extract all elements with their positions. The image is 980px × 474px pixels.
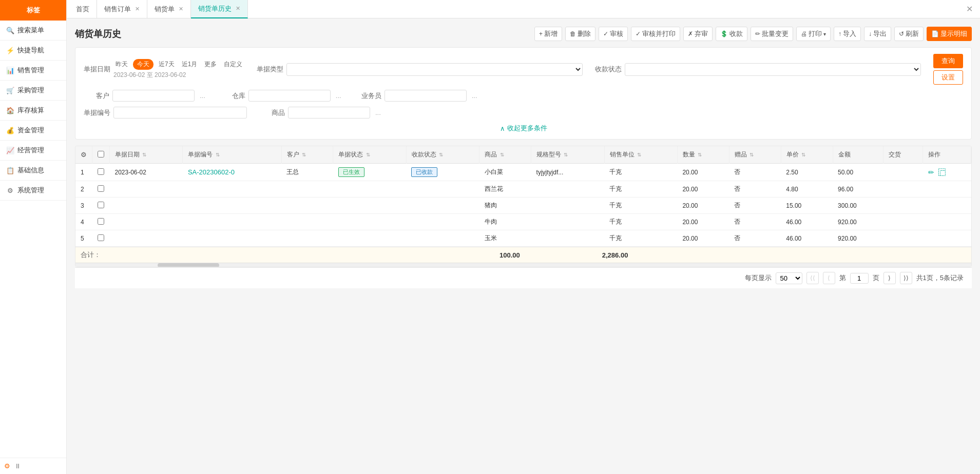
sidebar: 标签 🔍 搜索菜单 ⚡ 快捷导航 📊 销售管理 🛒 采购管理 🏠 库存核算 💰 … <box>0 0 67 474</box>
audit-button[interactable]: ✓ 审核 <box>599 27 628 41</box>
sidebar-item-ops-label: 经营管理 <box>17 146 44 155</box>
sidebar-item-quicknav[interactable]: ⚡ 快捷导航 <box>0 41 66 61</box>
tab-sales-goods-close[interactable]: ✕ <box>179 6 183 12</box>
cell-checkbox[interactable] <box>92 198 110 214</box>
sidebar-item-ops[interactable]: 📈 经营管理 <box>0 141 66 161</box>
shortcut-7days[interactable]: 近7天 <box>157 59 177 70</box>
warehouse-ellipsis[interactable]: ... <box>334 92 343 100</box>
collapse-btn[interactable]: ∧ 收起更多条件 <box>84 124 963 133</box>
th-spec[interactable]: 规格型号 ⇅ <box>531 146 604 164</box>
page-first-btn[interactable]: ⟨⟨ <box>806 272 819 284</box>
page-label: 第 <box>839 273 846 283</box>
sidebar-item-purchase[interactable]: 🛒 采购管理 <box>0 81 66 101</box>
shortcut-1month[interactable]: 近1月 <box>180 59 200 70</box>
delete-button[interactable]: 🗑 删除 <box>565 27 595 41</box>
batch-change-button[interactable]: ✏ 批量变更 <box>751 27 793 41</box>
page-last-btn[interactable]: ⟩⟩ <box>900 272 912 284</box>
cell-spec <box>531 214 604 230</box>
export-button[interactable]: ↓ 导出 <box>864 27 891 41</box>
th-doc-num[interactable]: 单据编号 ⇅ <box>183 146 281 164</box>
refresh-button[interactable]: ↺ 刷新 <box>894 27 924 41</box>
cell-checkbox[interactable] <box>92 214 110 230</box>
sidebar-item-search[interactable]: 🔍 搜索菜单 <box>0 21 66 41</box>
audit-print-button[interactable]: ✓ 审核并打印 <box>631 27 680 41</box>
per-page-select[interactable]: 50 100 200 <box>776 272 802 284</box>
detail-icon: 📄 <box>931 30 939 37</box>
staff-ellipsis[interactable]: ... <box>470 92 479 100</box>
th-goods[interactable]: 商品 ⇅ <box>479 146 531 164</box>
th-qty[interactable]: 数量 ⇅ <box>677 146 729 164</box>
th-price[interactable]: 单价 ⇅ <box>781 146 833 164</box>
discard-button[interactable]: ✗ 弃审 <box>683 27 713 41</box>
sidebar-footer-icon1[interactable]: ⚙ <box>4 462 10 470</box>
filter-area: 单据日期 昨天 今天 近7天 近1月 更多 自定义 2023-06-02 至 2… <box>75 47 972 140</box>
row-checkbox[interactable] <box>98 218 104 225</box>
goods-input[interactable] <box>288 107 370 118</box>
customer-ellipsis[interactable]: ... <box>198 92 207 100</box>
tab-sales-history[interactable]: 销货单历史 ✕ <box>191 0 248 18</box>
row-checkbox[interactable] <box>98 202 104 208</box>
doc-num-link[interactable]: SA-20230602-0 <box>188 168 235 176</box>
th-settings[interactable]: ⚙ <box>75 146 92 164</box>
sidebar-item-basic-info[interactable]: 📋 基础信息 <box>0 161 66 181</box>
pay-status-badge: 已收款 <box>411 167 437 177</box>
payment-status-select[interactable] <box>625 63 921 76</box>
add-button[interactable]: + 新增 <box>534 27 562 41</box>
page-header: 销货单历史 + 新增 🗑 删除 ✓ 审核 ✓ 审核并打印 <box>75 27 972 41</box>
tab-home[interactable]: 首页 <box>69 0 97 18</box>
th-pay-status[interactable]: 收款状态 ⇅ <box>406 146 479 164</box>
show-detail-button[interactable]: 📄 显示明细 <box>927 27 972 41</box>
shortcut-yesterday[interactable]: 昨天 <box>113 59 130 70</box>
th-customer[interactable]: 客户 ⇅ <box>281 146 333 164</box>
tab-bar: 首页 销售订单 ✕ 销货单 ✕ 销货单历史 ✕ ✕ <box>67 0 980 18</box>
print-button[interactable]: 🖨 打印 ▾ <box>796 27 831 41</box>
sidebar-footer-icon2[interactable]: ⏸ <box>14 462 21 470</box>
shortcut-today[interactable]: 今天 <box>133 59 153 70</box>
shortcut-custom[interactable]: 自定义 <box>222 59 244 70</box>
tab-sales-history-close[interactable]: ✕ <box>236 5 240 12</box>
goods-ellipsis[interactable]: ... <box>373 109 383 116</box>
page-prev-btn[interactable]: ⟨ <box>823 272 835 284</box>
tab-sales-goods[interactable]: 销货单 ✕ <box>147 0 191 18</box>
th-gift[interactable]: 赠品 ⇅ <box>729 146 781 164</box>
query-button[interactable]: 查询 <box>933 54 963 68</box>
collect-button[interactable]: 💲 收款 <box>716 27 747 41</box>
select-all-checkbox[interactable] <box>98 151 104 157</box>
sort-spec-icon: ⇅ <box>564 152 568 157</box>
warehouse-input[interactable] <box>248 90 331 102</box>
filter-row-2: 客户 ... 仓库 ... 业务员 ... <box>84 90 963 102</box>
cell-pay-status <box>406 181 479 198</box>
shortcut-more[interactable]: 更多 <box>202 59 219 70</box>
row-checkbox[interactable] <box>98 234 104 241</box>
cell-qty: 20.00 <box>677 198 729 214</box>
scrollbar[interactable] <box>75 263 971 267</box>
tab-sales-order[interactable]: 销售订单 ✕ <box>97 0 147 18</box>
tab-sales-order-close[interactable]: ✕ <box>135 6 140 12</box>
setting-button[interactable]: 设置 <box>933 70 963 85</box>
edit-icon[interactable]: ✏ <box>928 168 934 176</box>
th-date[interactable]: 单据日期 ⇅ <box>110 146 183 164</box>
import-button[interactable]: ↑ 导入 <box>834 27 861 41</box>
filter-customer: 客户 ... <box>84 90 207 102</box>
cell-checkbox[interactable] <box>92 164 110 181</box>
sidebar-item-inventory[interactable]: 🏠 库存核算 <box>0 101 66 121</box>
doc-num-input[interactable] <box>113 107 247 118</box>
row-checkbox[interactable] <box>98 185 104 192</box>
customer-input[interactable] <box>112 90 195 102</box>
page-next-btn[interactable]: ⟩ <box>883 272 896 284</box>
sidebar-item-finance[interactable]: 💰 资金管理 <box>0 121 66 141</box>
cell-gift: 否 <box>729 214 781 230</box>
cell-checkbox[interactable] <box>92 181 110 198</box>
th-unit[interactable]: 销售单位 ⇅ <box>604 146 677 164</box>
doc-type-select[interactable] <box>286 63 583 76</box>
tab-close-all[interactable]: ✕ <box>961 4 978 14</box>
sidebar-item-sales[interactable]: 📊 销售管理 <box>0 61 66 81</box>
row-checkbox[interactable] <box>98 168 104 175</box>
copy-icon[interactable]: ⿸ <box>938 168 946 176</box>
cell-checkbox[interactable] <box>92 230 110 247</box>
show-detail-label: 显示明细 <box>940 29 967 38</box>
th-doc-status[interactable]: 单据状态 ⇅ <box>333 146 406 164</box>
page-input[interactable] <box>850 273 869 284</box>
sidebar-item-sys[interactable]: ⚙ 系统管理 <box>0 181 66 201</box>
staff-input[interactable] <box>385 90 467 102</box>
